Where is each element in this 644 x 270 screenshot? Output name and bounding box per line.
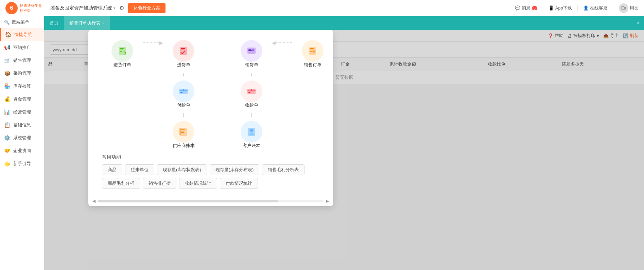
flow-supplier-ledger[interactable]: 供应商账本 (163, 121, 204, 149)
search-menu[interactable]: 🔍 搜索菜单 (0, 16, 44, 28)
down-arrow-sales: ↓ (231, 71, 272, 78)
download-icon: 📱 (549, 5, 554, 11)
user-name-label: 用友 (630, 5, 639, 11)
svg-rect-8 (248, 49, 251, 50)
sidebar-item-marketing[interactable]: 📢 营销推广 (0, 41, 44, 54)
sidebar-item-inventory[interactable]: 🏪 库存核算 (0, 80, 44, 93)
receipt-icon: ¥ (241, 80, 262, 102)
svg-rect-15 (313, 50, 315, 53)
sidebar-item-sales[interactable]: 🛒 销售管理 (0, 54, 44, 67)
func-btn-stock-status[interactable]: 现存量(库存状况表) (157, 164, 207, 175)
down-arrow-receipt: ↓ (231, 111, 272, 118)
sidebar-item-label: 系统管理 (13, 135, 31, 141)
app-download-label: App下载 (555, 5, 572, 11)
sys-title: 装备及固定资产辅助管理系统 (50, 5, 112, 11)
user-item[interactable]: Ea 用友 (619, 3, 639, 13)
top-bar-right: 💬 消息 5 📱 App下载 👤 在线客服 Ea 用友 (515, 3, 639, 13)
sidebar-item-finance[interactable]: 💰 资金管理 (0, 93, 44, 106)
sidebar-item-label: 采购管理 (13, 70, 31, 76)
func-btn-sales-margin[interactable]: 销售毛利分析表 (262, 164, 304, 175)
tab-home[interactable]: 首页 (44, 16, 64, 30)
tab-close-icon[interactable]: × (102, 21, 104, 25)
main-area: 🔍 搜索菜单 🏠 快捷导航 📢 营销推广 🛒 销售管理 📦 (0, 16, 644, 270)
flow-row-2: ¥ 付款单 ¥ 收款单 (102, 80, 319, 108)
sidebar-item-label: 企业协同 (13, 148, 31, 154)
message-badge: 5 (532, 6, 537, 10)
app-download-item[interactable]: 📱 App下载 (549, 5, 572, 11)
flow-payment[interactable]: ¥ 付款单 (163, 80, 204, 108)
svg-rect-26 (181, 129, 185, 130)
divider (543, 5, 543, 11)
sidebar-item-newbie[interactable]: 🌟 新手引导 (0, 157, 44, 170)
sidebar-item-operations[interactable]: 📊 经营管理 (0, 106, 44, 119)
online-service-item[interactable]: 👤 在线客服 (583, 5, 608, 11)
func-btn-receipt-stats[interactable]: 收款情况统计 (179, 178, 217, 189)
flow-customer-ledger[interactable]: 客户账本 (231, 121, 272, 149)
svg-point-30 (250, 129, 253, 132)
marketing-icon: 📢 (4, 44, 11, 51)
sys-mgmt-icon: ⚙️ (4, 135, 11, 141)
sidebar-item-enterprise[interactable]: 🤝 企业协同 (0, 144, 44, 157)
service-icon: 👤 (583, 5, 589, 11)
modal-scrollbar: ◀ ▶ (88, 196, 333, 206)
svg-text:¥: ¥ (182, 88, 185, 91)
func-btn-payment-stats[interactable]: 付款情况统计 (220, 178, 258, 189)
home-icon: 🏠 (5, 32, 12, 38)
supplier-ledger-icon (173, 121, 194, 143)
scroll-thumb (98, 200, 278, 202)
svg-rect-2 (120, 50, 123, 50)
func-btn-goods-margin[interactable]: 商品毛利分析 (102, 178, 140, 189)
message-item[interactable]: 💬 消息 5 (515, 5, 537, 11)
sidebar-item-label: 新手引导 (13, 161, 31, 167)
func-btn-goods[interactable]: 商品 (102, 164, 122, 175)
scroll-right-icon[interactable]: ▶ (326, 199, 329, 203)
scroll-left-icon[interactable]: ◀ (92, 199, 95, 203)
modal-box: 进货订单 ▶ (88, 30, 333, 206)
svg-rect-13 (310, 50, 313, 50)
scroll-track[interactable] (98, 200, 323, 202)
down-arrow-purchase: ↓ (163, 71, 204, 78)
online-service-label: 在线客服 (590, 5, 608, 11)
tab-bar-close-icon[interactable]: × (637, 20, 644, 26)
tab-sales-label: 销售订单执行表 (69, 20, 100, 26)
message-icon: 💬 (515, 5, 520, 11)
tab-bar: 首页 销售订单执行表 × × (44, 16, 644, 30)
gear-icon[interactable]: ⚙ (119, 5, 124, 11)
trial-button[interactable]: 体验行业方案 (128, 3, 166, 13)
svg-rect-18 (180, 92, 182, 93)
func-btn-sales-rank[interactable]: 销售排行榜 (143, 178, 176, 189)
flow-purchase-order[interactable]: 进货订单 (102, 40, 143, 68)
sidebar-item-purchase[interactable]: 📦 采购管理 (0, 67, 44, 80)
flow-sales-bill[interactable]: 销货单 (231, 40, 272, 68)
modal-overlay: 进货订单 ▶ (44, 30, 644, 270)
svg-text:¥: ¥ (250, 88, 253, 91)
purchase-order-icon (111, 40, 133, 62)
supplier-ledger-label: 供应商账本 (173, 143, 195, 149)
func-btn-contacts[interactable]: 往来单位 (125, 164, 154, 175)
purchase-bill-icon (173, 40, 194, 62)
arrow-1: ▶ (143, 40, 163, 56)
flow-purchase-bill[interactable]: 进货单 (163, 40, 204, 68)
customer-ledger-label: 客户账本 (243, 143, 260, 149)
common-functions: 常用功能 商品 往来单位 现存量(库存状况表) 现存量(库存分布表) 销售毛利分… (102, 154, 319, 189)
logo-icon: 6 (5, 2, 18, 14)
tab-sales-execution[interactable]: 销售订单执行表 × (64, 16, 110, 30)
divider2 (577, 5, 578, 11)
sidebar-item-label: 资金管理 (13, 96, 31, 102)
purchase-order-label: 进货订单 (114, 62, 131, 68)
message-label: 消息 (522, 5, 530, 11)
flow-receipt[interactable]: ¥ 收款单 (231, 80, 272, 108)
receipt-label: 收款单 (245, 102, 258, 108)
sidebar-item-label: 经营管理 (13, 109, 31, 115)
function-buttons: 商品 往来单位 现存量(库存状况表) 现存量(库存分布表) 销售毛利分析表 商品… (102, 164, 319, 189)
sidebar-item-label: 营销推广 (13, 44, 31, 51)
chevron-down-icon: ▾ (114, 6, 115, 10)
sys-title-dropdown[interactable]: 装备及固定资产辅助管理系统 ▾ (50, 5, 115, 11)
newbie-icon: 🌟 (4, 161, 11, 167)
sidebar-item-sys-mgmt[interactable]: ⚙️ 系统管理 (0, 131, 44, 144)
flow-sales-order[interactable]: 销售订单 (292, 40, 333, 68)
sidebar-item-basic-info[interactable]: 📋 基础信息 (0, 119, 44, 131)
sidebar-item-quick-nav[interactable]: 🏠 快捷导航 (0, 28, 44, 41)
app-wrapper: 6 畅康通好生意 标准版 装备及固定资产辅助管理系统 ▾ ⚙ 体验行业方案 💬 … (0, 0, 644, 270)
func-btn-stock-dist[interactable]: 现存量(库存分布表) (210, 164, 260, 175)
